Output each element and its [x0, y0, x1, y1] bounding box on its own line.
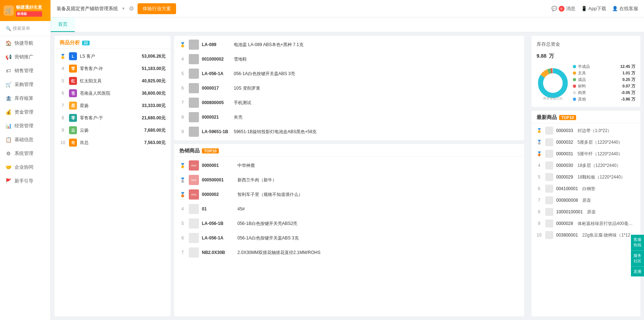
legend-item-5: 其他 -3.86 万 [573, 97, 635, 102]
nav-label-operations: 经营管理 [15, 123, 33, 129]
float-service-hotline[interactable]: 客服热线 [631, 235, 644, 251]
hot-medal-2: 🥈 [179, 177, 186, 183]
recent-item-2[interactable]: 4 001000002 雪地鞋 [174, 52, 524, 66]
service-icon: 👤 [612, 6, 618, 11]
logo-badge: 标准版 [16, 11, 42, 17]
recent-code-5: 000800005 [202, 100, 231, 105]
hot-img-6 [189, 233, 199, 243]
rank-item-5[interactable]: 7 星 星扬 33,333.00元 [54, 99, 171, 112]
sales-icon: 🏷 [5, 67, 12, 74]
float-service-community[interactable]: 服务社区 [631, 251, 644, 267]
rank-item-1[interactable]: 🥇 L LS 客户 53,006.26元 [54, 50, 171, 62]
newest-num-7: 7 [536, 198, 542, 203]
sidebar-item-collab[interactable]: 🤝 企业协同 [0, 160, 50, 174]
newest-name-5: 18颗粒板（1220*2440） [578, 174, 636, 180]
nav-label-collab: 企业协同 [15, 164, 33, 171]
rank-num-7: 9 [60, 128, 66, 133]
newest-item-9[interactable]: 9 0000028 体彬嘉枝味苏打饮品400毫升（1*15） [531, 218, 640, 229]
sidebar-item-operations[interactable]: 📊 经营管理 [0, 119, 50, 133]
newest-products-header: 最新商品 TOP10 [531, 111, 640, 123]
hot-item-3[interactable]: 🥉 IMG 0000002 智利车子里（规格不知道填什么） [174, 187, 524, 202]
newest-item-4[interactable]: 4 0000030 18多层（1220*2440） [531, 160, 640, 171]
newest-item-8[interactable]: 8 10000100001 原壶 [531, 206, 640, 218]
customer-value-2: 51,183.00元 [142, 66, 166, 72]
newest-item-2[interactable]: 🥈 0000032 5厘多层（1220*2440） [531, 136, 640, 148]
trial-button[interactable]: 体验行业方案 [138, 3, 176, 14]
hot-item-2[interactable]: 🥈 IMG 000500001 新西兰牛肉（新牛） [174, 173, 524, 187]
newest-item-5[interactable]: 5 0000029 18颗粒板（1220*2440） [531, 171, 640, 183]
recent-item-3[interactable]: 5 LA-056-1A 056-1A白色按键开关盖ABS 3壳 [174, 66, 524, 81]
sidebar-item-system[interactable]: ⚙ 系统管理 [0, 147, 50, 160]
hot-item-4[interactable]: 4 01 45# [174, 202, 524, 216]
recent-item-5[interactable]: 7 000800005 手机测试 [174, 95, 524, 110]
rank-item-3[interactable]: 5 红 红太阳文具 40,925.00元 [54, 75, 171, 87]
customer-name-4: 苍南县人民医院 [80, 90, 139, 97]
sidebar-item-marketing[interactable]: 📢 营销推广 [0, 50, 50, 64]
recent-item-6[interactable]: 8 0000021 夹壳 [174, 110, 524, 124]
main-body: 商品分析 22 🥇 L LS 客户 53,006.26元 4 零 [51, 32, 644, 320]
donut-svg [537, 67, 569, 99]
customer-name-5: 星扬 [80, 103, 139, 109]
tab-home[interactable]: 首页 [51, 17, 75, 32]
hot-item-1[interactable]: 🥇 IMG 0000001 中华神鹿 [174, 158, 524, 173]
newest-num-4: 4 [536, 163, 542, 168]
newest-medal-3: 🥉 [536, 151, 542, 156]
middle-col: 🥇 LA-089 电池盖 LA-089 ABS本色+黑种 7.1克 4 0010… [174, 36, 524, 316]
avatar-3: 红 [69, 77, 77, 85]
inventory-card: 库存总资金 9.88 万 [531, 36, 640, 107]
rank-item-2[interactable]: 4 零 零售客户-许 51,183.00元 [54, 62, 171, 75]
sidebar-item-guide[interactable]: 🚩 新手引导 [0, 174, 50, 188]
recent-code-3: LA-056-1A [202, 71, 231, 76]
logo-line1: 畅捷通好生意 [16, 4, 42, 11]
newest-item-6[interactable]: 6 004100001 白钢垫 [531, 183, 640, 194]
hot-img-4 [189, 204, 199, 214]
customer-rank-list: 🥇 L LS 客户 53,006.26元 4 零 零售客户-许 51,183.0… [54, 49, 171, 316]
legend-name-0: 半成品 [578, 64, 618, 69]
sidebar-item-inventory[interactable]: 🏦 库存核算 [0, 91, 50, 105]
notification-label: 消息 [566, 5, 575, 12]
newest-name-3: 5厘中纤（1220*2440） [578, 151, 636, 157]
settings-icon[interactable]: ⚙ [129, 5, 134, 12]
rank-item-8[interactable]: 10 肖 肖总 7,563.00元 [54, 136, 171, 149]
online-service-item[interactable]: 👤 在线客服 [612, 5, 638, 12]
sidebar-item-finance[interactable]: 💰 资金管理 [0, 105, 50, 119]
legend-val-4: -0.05 万 [621, 90, 635, 95]
search-icon: 🔍 [6, 26, 11, 31]
sidebar-item-basics[interactable]: 📋 基础信息 [0, 133, 50, 147]
avatar-4: 苍 [69, 89, 77, 97]
hot-name-1: 中华神鹿 [237, 163, 519, 169]
newest-item-1[interactable]: 🥇 0000033 封边带（1.0*22） [531, 125, 640, 136]
newest-item-3[interactable]: 🥉 0000031 5厘中纤（1220*2440） [531, 148, 640, 160]
newest-product-list: 🥇 0000033 封边带（1.0*22） 🥈 0000032 5厘多层（122… [531, 123, 640, 239]
recent-item-7[interactable]: 9 LA-59651-1B 59651-1B旋转投影灯电池盒ABS黑色+58克 [174, 124, 524, 139]
customer-value-6: 21,680.00元 [142, 115, 166, 121]
hot-item-5[interactable]: 5 LA-056-1B 056-1B白色按键开关壳ABS2壳 [174, 216, 524, 231]
recent-hot-panel: 🥇 LA-089 电池盖 LA-089 ABS本色+黑种 7.1克 4 0010… [174, 36, 524, 140]
hot-item-7[interactable]: 7 NB2.0X30B 2.0X30MM双搓花轴搓花直径2.1MM/ROHS [174, 245, 524, 258]
notification-item[interactable]: 💬 6 消息 [551, 5, 575, 12]
recent-img-3 [189, 69, 199, 79]
rank-item-4[interactable]: 6 苍 苍南县人民医院 36,600.00元 [54, 87, 171, 99]
search-menu-area[interactable]: 🔍 搜索菜单 [0, 21, 50, 36]
hot-code-5: LA-056-1B [202, 221, 235, 226]
newest-name-1: 封边带（1.0*22） [578, 128, 636, 134]
recent-num-3: 5 [179, 71, 186, 76]
sidebar-item-purchase[interactable]: 🛒 采购管理 [0, 78, 50, 91]
recent-img-2 [189, 54, 199, 64]
rank-item-7[interactable]: 9 云 云扬 7,680.00元 [54, 124, 171, 136]
newest-products-panel: 最新商品 TOP10 🥇 0000033 封边带（1.0*22） 🥈 00000… [531, 111, 640, 316]
sidebar-item-sales[interactable]: 🏷 销售管理 [0, 64, 50, 78]
dropdown-icon[interactable]: ▼ [122, 7, 125, 11]
hot-item-6[interactable]: 6 LA-056-1A 056-1A白色按键开关盖ABS 3克 [174, 231, 524, 245]
rank-item-6[interactable]: 8 零 零售客户-于 21,680.00元 [54, 112, 171, 124]
app-download-item[interactable]: 📱 App下载 [581, 5, 606, 12]
recent-item-4[interactable]: 6 0000017 10S 变削罗浆 [174, 81, 524, 95]
float-service-live[interactable]: 直播 [631, 267, 644, 276]
newest-item-10[interactable]: 10 003800001 22g鱼豆腐·烧烤味（1*12*20） [531, 229, 640, 239]
sidebar-item-home[interactable]: 🏠 快捷导航 [0, 36, 50, 50]
recent-num-7: 9 [179, 129, 186, 134]
recent-item-1[interactable]: 🥇 LA-089 电池盖 LA-089 ABS本色+黑种 7.1克 [174, 37, 524, 52]
newest-item-7[interactable]: 7 000800008 原壶 [531, 194, 640, 206]
customer-name-6: 零售客户-于 [80, 115, 139, 121]
float-service: 客服热线 服务社区 直播 [631, 235, 644, 276]
